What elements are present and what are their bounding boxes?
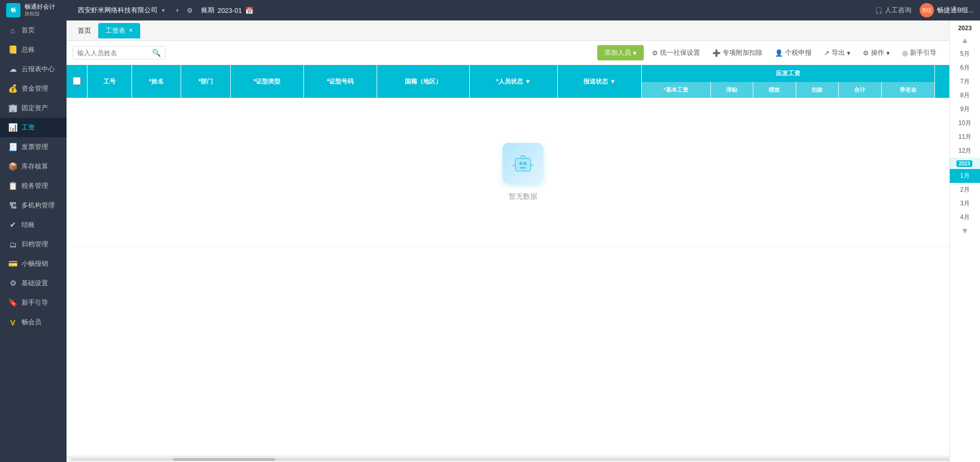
- sidebar-item-inventory[interactable]: 📦 库存核算: [0, 157, 67, 176]
- tab-close-icon[interactable]: ✕: [128, 27, 133, 34]
- sidebar-item-salary[interactable]: 📊 工资: [0, 118, 67, 137]
- select-all-th[interactable]: [67, 65, 87, 98]
- sidebar-item-capital[interactable]: 💰 资金管理: [0, 79, 67, 98]
- home-icon: ⌂: [8, 26, 17, 35]
- main-content: 首页 工资表 ✕ 🔍 添加人员 ▾ ⚙ 统一社保设置 ➕ 专项附加扣除 👤 个税…: [67, 20, 980, 462]
- date-month-11[interactable]: 11月: [950, 130, 980, 144]
- operations-btn[interactable]: ⚙ 操作 ▾: [859, 46, 894, 59]
- archive-icon: 🗂: [8, 240, 17, 249]
- tab-salary[interactable]: 工资表 ✕: [98, 23, 140, 38]
- period-label: 账期: [201, 6, 214, 15]
- sidebar-item-settings[interactable]: ⚙ 基础设置: [0, 274, 67, 293]
- right-area: 🎧 人工咨询 B组 畅捷通B组...: [875, 3, 974, 17]
- service-btn[interactable]: 🎧 人工咨询: [875, 6, 911, 15]
- search-wrap[interactable]: 🔍: [73, 46, 165, 59]
- date-month-1[interactable]: 1月: [950, 169, 980, 183]
- sidebar-item-expense[interactable]: 💳 小畅报销: [0, 254, 67, 274]
- service-label: 人工咨询: [885, 6, 911, 15]
- export-btn[interactable]: ↗ 导出 ▾: [820, 46, 855, 59]
- tab-salary-label: 工资表: [105, 26, 125, 35]
- date-month-12[interactable]: 12月: [950, 144, 980, 158]
- sidebar-item-ledger[interactable]: 📒 总账: [0, 40, 67, 59]
- capital-icon: 💰: [8, 84, 17, 93]
- add-person-btn[interactable]: 添加人员 ▾: [597, 45, 644, 60]
- new-guide-btn[interactable]: ◎ 新手引导: [898, 46, 941, 59]
- sidebar-label-vip: 畅会员: [21, 318, 41, 327]
- invoice-icon: 🧾: [8, 142, 17, 152]
- select-all-checkbox[interactable]: [73, 77, 81, 85]
- sidebar-label-salary: 工资: [21, 123, 35, 132]
- app-subtitle: 旗舰版: [25, 10, 55, 17]
- report-filter-icon[interactable]: ▼: [609, 78, 616, 85]
- assets-icon: 🏢: [8, 103, 17, 113]
- period-area: 账期 2023-01 📅: [201, 6, 253, 15]
- settings-icon: ⚙: [8, 279, 17, 288]
- header-actions: ＋ ⚙: [174, 6, 193, 15]
- search-input[interactable]: [77, 49, 149, 57]
- sidebar-item-guide[interactable]: 🔖 新手引导: [0, 293, 67, 312]
- ledger-icon: 📒: [8, 45, 17, 54]
- salary-icon: 📊: [8, 123, 17, 132]
- export-label: 导出: [832, 48, 845, 57]
- date-month-6[interactable]: 6月: [950, 61, 980, 75]
- sidebar-label-tax: 税务管理: [21, 181, 48, 191]
- operations-label: 操作: [871, 48, 884, 57]
- date-month-2[interactable]: 2月: [950, 183, 980, 197]
- col-country: 国籍（地区）: [377, 65, 470, 98]
- tab-home-label: 首页: [78, 26, 91, 35]
- date-month-9[interactable]: 9月: [950, 102, 980, 116]
- date-header: 2023: [958, 23, 972, 34]
- add-company-btn[interactable]: ＋: [174, 6, 181, 15]
- col-total: 合计: [839, 82, 882, 98]
- social-settings-btn[interactable]: ⚙ 统一社保设置: [648, 46, 704, 59]
- col-pension: 养老金: [881, 82, 935, 98]
- sidebar-item-vip[interactable]: V 畅会员: [0, 312, 67, 332]
- date-month-4[interactable]: 4月: [950, 211, 980, 224]
- sidebar-label-archive: 归档管理: [21, 240, 48, 249]
- date-month-3[interactable]: 3月: [950, 197, 980, 211]
- avatar-initials: B组: [922, 7, 931, 14]
- personal-tax-icon: 👤: [775, 49, 783, 57]
- sidebar-label-cloud: 云报表中心: [21, 65, 55, 74]
- period-value: 2023-01: [217, 7, 242, 14]
- date-up-icon[interactable]: ▲: [959, 34, 971, 47]
- date-month-5[interactable]: 5月: [950, 47, 980, 61]
- date-month-10[interactable]: 10月: [950, 116, 980, 130]
- special-deduction-btn[interactable]: ➕ 专项附加扣除: [708, 46, 767, 59]
- salary-table: 工号 *姓名 *部门 *证型类型 *证型号码 国籍（地区） *人员状态 ▼ 报送…: [67, 65, 980, 247]
- settings-btn[interactable]: ⚙: [187, 7, 193, 14]
- date-down-icon[interactable]: ▼: [959, 224, 971, 238]
- sidebar-item-cloud-report[interactable]: ☁ 云报表中心: [0, 59, 67, 79]
- date-month-7[interactable]: 7月: [950, 75, 980, 89]
- sidebar-label-expense: 小畅报销: [21, 259, 48, 268]
- tab-home[interactable]: 首页: [71, 23, 98, 38]
- user-area[interactable]: B组 畅捷通B组...: [920, 3, 974, 17]
- sidebar: ⌂ 首页 📒 总账 ☁ 云报表中心 💰 资金管理 🏢 固定资产 📊 工资 🧾 发…: [0, 20, 67, 462]
- sidebar-item-multi-org[interactable]: 🏗 多机构管理: [0, 196, 67, 215]
- col-status: *人员状态 ▼: [469, 65, 558, 98]
- col-report-status: 报送状态 ▼: [558, 65, 642, 98]
- status-filter-icon[interactable]: ▼: [525, 78, 531, 85]
- sidebar-item-home[interactable]: ⌂ 首页: [0, 20, 67, 40]
- sidebar-item-tax[interactable]: 📋 税务管理: [0, 176, 67, 196]
- search-icon: 🔍: [152, 49, 161, 57]
- personal-tax-btn[interactable]: 👤 个税申报: [771, 46, 816, 59]
- col-base-salary: *基本工资: [641, 82, 710, 98]
- headset-icon: 🎧: [875, 7, 883, 14]
- sidebar-item-archive[interactable]: 🗂 归档管理: [0, 235, 67, 254]
- scroll-thumb: [173, 458, 275, 461]
- date-month-8[interactable]: 8月: [950, 89, 980, 102]
- sidebar-item-close[interactable]: ✔ 结账: [0, 215, 67, 235]
- expense-icon: 💳: [8, 259, 17, 268]
- sidebar-item-invoice[interactable]: 🧾 发票管理: [0, 137, 67, 157]
- empty-state-cell: 暂无数据: [67, 98, 980, 247]
- app-title: 畅通好会计: [25, 3, 55, 10]
- svg-rect-6: [521, 156, 525, 159]
- vip-icon: V: [8, 318, 17, 327]
- col-performance: 绩效: [753, 82, 796, 98]
- operations-icon: ⚙: [863, 49, 869, 57]
- company-selector[interactable]: 西安虾米网络科技有限公司 ▼: [78, 6, 166, 15]
- bottom-scrollbar[interactable]: [67, 456, 980, 462]
- calendar-icon[interactable]: 📅: [245, 7, 253, 14]
- sidebar-item-fixed-assets[interactable]: 🏢 固定资产: [0, 98, 67, 118]
